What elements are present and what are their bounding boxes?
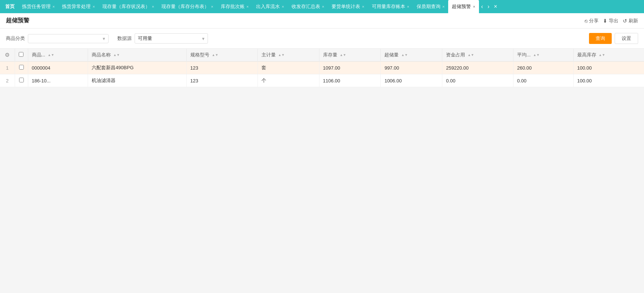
avg: 260.00 — [513, 62, 574, 74]
over-stock: 1006.00 — [381, 74, 442, 87]
topbar: 首页 拣货任务管理 × 拣货异常处理 × 现存量（库存状况表） × 现存量（库存… — [0, 0, 644, 13]
filter-actions: 查询 设置 — [589, 33, 638, 44]
sort-icon: ▲▼ — [212, 53, 218, 57]
datasource-filter-group: 数据源 可用量 ▾ — [117, 33, 208, 44]
th-checkbox — [15, 49, 28, 62]
page-title: 超储预警 — [6, 17, 29, 25]
close-icon[interactable]: × — [52, 4, 55, 9]
header-actions: ⎋ 分享 ⬇ 导出 ↺ 刷新 — [585, 18, 638, 24]
share-icon: ⎋ — [585, 18, 588, 24]
close-icon[interactable]: × — [473, 4, 475, 9]
close-icon[interactable]: × — [362, 4, 364, 9]
unit: 套 — [257, 62, 319, 74]
capital: 0.00 — [442, 74, 513, 87]
tab-baozhi-chaxun[interactable]: 保质期查询 × — [413, 0, 448, 13]
product-code: 0000004 — [28, 62, 88, 74]
datasource-select[interactable]: 可用量 ▾ — [135, 33, 208, 44]
tab-yaohuo-tongji[interactable]: 要货单统计表 × — [328, 0, 368, 13]
th-spec[interactable]: 规格型号 ▲▼ — [186, 49, 257, 62]
tab-jianhuo-renwu[interactable]: 拣货任务管理 × — [18, 0, 58, 13]
th-unit[interactable]: 主计量 ▲▼ — [257, 49, 319, 62]
tab-chaochuyujing[interactable]: 超储预警 × — [448, 0, 479, 13]
tab-keyongliang-zhangben[interactable]: 可用量库存账本 × — [368, 0, 413, 13]
filter-area: 商品分类 ▾ 数据源 可用量 ▾ 查询 设置 — [0, 29, 644, 49]
product-name: 机油滤清器 — [88, 74, 187, 87]
row-num: 2 — [0, 74, 15, 87]
sort-icon: ▲▼ — [401, 53, 408, 57]
gear-icon[interactable]: ⚙ — [5, 52, 10, 58]
refresh-icon: ↺ — [623, 18, 627, 24]
spec: 123 — [186, 74, 257, 87]
table-container: ⚙ 商品... ▲▼ 商品名称 ▲▼ 规格型号 ▲▼ 主计 — [0, 49, 644, 87]
unit: 个 — [257, 74, 319, 87]
product-code: 186-10... — [28, 74, 88, 87]
th-gear: ⚙ — [0, 49, 15, 62]
table-row: 2 186-10... 机油滤清器 123 个 1106.00 1006.00 … — [0, 74, 644, 87]
capital: 259220.00 — [442, 62, 513, 74]
close-icon[interactable]: × — [211, 4, 213, 9]
th-product-name[interactable]: 商品名称 ▲▼ — [88, 49, 187, 62]
product-name: 六配套新昌490BPG — [88, 62, 187, 74]
category-select[interactable]: ▾ — [28, 34, 109, 43]
refresh-button[interactable]: ↺ 刷新 — [623, 18, 638, 24]
tab-kucun-pici[interactable]: 库存批次账 × — [217, 0, 252, 13]
nav-prev-button[interactable]: ‹ — [479, 0, 485, 13]
tab-xiancunliang-fenbiao[interactable]: 现存量（库存分布表） × — [158, 0, 217, 13]
row-checkbox-cell — [15, 74, 28, 87]
category-filter-group: 商品分类 ▾ — [6, 34, 109, 43]
tab-xiancunliang-zhuangkuang[interactable]: 现存量（库存状况表） × — [99, 0, 158, 13]
nav-more-button[interactable]: × — [491, 0, 499, 13]
tab-shoufacun-huizong[interactable]: 收发存汇总表 × — [288, 0, 328, 13]
avg: 0.00 — [513, 74, 574, 87]
sort-icon: ▲▼ — [48, 53, 54, 57]
close-icon[interactable]: × — [246, 4, 249, 9]
over-stock: 997.00 — [381, 62, 442, 74]
spec: 123 — [186, 62, 257, 74]
settings-button[interactable]: 设置 — [615, 33, 638, 44]
sort-icon: ▲▼ — [468, 53, 474, 57]
export-button[interactable]: ⬇ 导出 — [603, 18, 618, 24]
max-stock: 100.00 — [573, 74, 644, 87]
select-all-checkbox[interactable] — [19, 52, 23, 57]
max-stock: 100.00 — [573, 62, 644, 74]
stock: 1106.00 — [319, 74, 381, 87]
th-avg[interactable]: 平均... ▲▼ — [513, 49, 574, 62]
sort-icon: ▲▼ — [340, 53, 346, 57]
share-button[interactable]: ⎋ 分享 — [585, 18, 599, 24]
row-num: 1 — [0, 62, 15, 74]
datasource-label: 数据源 — [117, 35, 132, 42]
datasource-value: 可用量 — [138, 35, 152, 42]
page-header: 超储预警 ⎋ 分享 ⬇ 导出 ↺ 刷新 — [0, 13, 644, 29]
tab-jianhuo-yichang[interactable]: 拣货异常处理 × — [58, 0, 98, 13]
th-stock[interactable]: 库存量 ▲▼ — [319, 49, 381, 62]
sort-icon: ▲▼ — [533, 53, 540, 57]
export-icon: ⬇ — [603, 18, 607, 24]
row-checkbox[interactable] — [19, 65, 24, 70]
close-icon[interactable]: × — [92, 4, 95, 9]
query-button[interactable]: 查询 — [589, 33, 612, 44]
close-icon[interactable]: × — [442, 4, 444, 9]
nav-home[interactable]: 首页 — [1, 0, 18, 13]
sort-icon: ▲▼ — [278, 53, 285, 57]
sort-icon: ▲▼ — [599, 53, 605, 57]
nav-next-button[interactable]: › — [485, 0, 491, 13]
close-icon[interactable]: × — [282, 4, 284, 9]
chevron-down-icon: ▾ — [202, 36, 205, 41]
close-icon[interactable]: × — [407, 4, 409, 9]
th-capital[interactable]: 资金占用 ▲▼ — [442, 49, 513, 62]
th-product-code[interactable]: 商品... ▲▼ — [28, 49, 88, 62]
th-over-stock[interactable]: 超储量 ▲▼ — [381, 49, 442, 62]
chevron-down-icon: ▾ — [103, 36, 105, 41]
tab-churuku-liushui[interactable]: 出入库流水 × — [252, 0, 288, 13]
table-body: 1 0000004 六配套新昌490BPG 123 套 1097.00 997.… — [0, 62, 644, 87]
close-icon[interactable]: × — [152, 4, 154, 9]
th-max-stock[interactable]: 最高库存 ▲▼ — [573, 49, 644, 62]
stock: 1097.00 — [319, 62, 381, 74]
table-header-row: ⚙ 商品... ▲▼ 商品名称 ▲▼ 规格型号 ▲▼ 主计 — [0, 49, 644, 62]
sort-icon: ▲▼ — [113, 53, 120, 57]
row-checkbox-cell — [15, 62, 28, 74]
row-checkbox[interactable] — [19, 78, 24, 82]
close-icon[interactable]: × — [322, 4, 324, 9]
data-table: ⚙ 商品... ▲▼ 商品名称 ▲▼ 规格型号 ▲▼ 主计 — [0, 49, 644, 87]
category-label: 商品分类 — [6, 35, 25, 42]
